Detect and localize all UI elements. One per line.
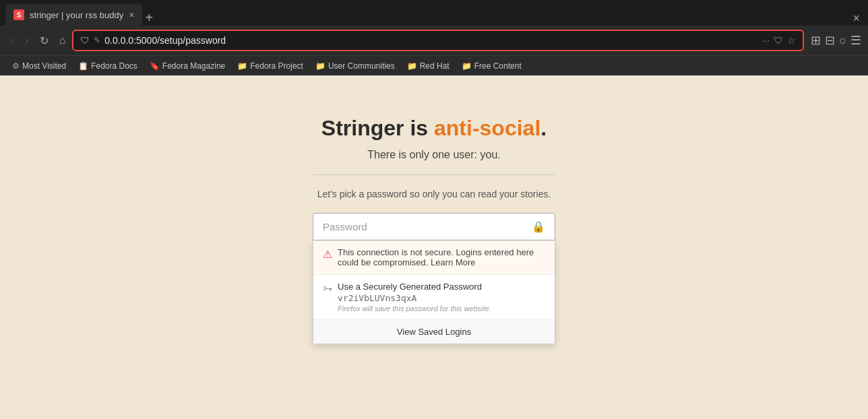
main-heading: Stringer is anti-social. xyxy=(321,116,547,141)
bookmarks-bar: ⚙Most Visited📋Fedora Docs🔖Fedora Magazin… xyxy=(0,55,868,75)
tab-favicon: S xyxy=(13,9,24,20)
password-dropdown: ⚠ This connection is not secure. Logins … xyxy=(313,240,555,344)
synced-tabs-icon[interactable]: ⊟ xyxy=(825,33,835,48)
security-warning: ⚠ This connection is not secure. Logins … xyxy=(313,240,555,275)
page-content: Stringer is anti-social. There is only o… xyxy=(0,75,868,419)
bookmark-folder-icon: 📁 xyxy=(237,61,247,71)
learn-more-link[interactable]: Learn More xyxy=(431,257,475,267)
bookmark-folder-icon: 🔖 xyxy=(150,61,160,71)
suggestion-note: Firefox will save this password for this… xyxy=(338,304,491,313)
home-button[interactable]: ⌂ xyxy=(55,32,70,49)
view-saved-logins-button[interactable]: View Saved Logins xyxy=(313,320,555,344)
bookmark-user-communities[interactable]: 📁User Communities xyxy=(310,60,400,72)
key-icon: 🗝 xyxy=(323,283,332,294)
tab-title: stringer | your rss buddy xyxy=(30,10,123,20)
bookmark-label: Fedora Magazine xyxy=(162,61,225,71)
bookmark-fedora-project[interactable]: 📁Fedora Project xyxy=(232,60,309,72)
bookmark-folder-icon: ⚙ xyxy=(12,61,20,71)
bookmark-fedora-docs[interactable]: 📋Fedora Docs xyxy=(73,60,143,72)
bookmark-label: Most Visited xyxy=(22,61,66,71)
bookmark-red-hat[interactable]: 📁Red Hat xyxy=(402,60,455,72)
bookmark-label: User Communities xyxy=(328,61,395,71)
bookmark-folder-icon: 📁 xyxy=(315,61,326,71)
password-input[interactable] xyxy=(323,221,532,232)
bookmark-label: Red Hat xyxy=(420,61,450,71)
navigation-bar: ‹ › ↻ ⌂ 🛡 ✎ 0.0.0.0:5000/setup/password … xyxy=(0,26,868,55)
toolbar-right: ⊞ ⊟ ○ ☰ xyxy=(811,33,861,48)
menu-icon[interactable]: ☰ xyxy=(850,33,861,48)
active-tab[interactable]: S stringer | your rss buddy × xyxy=(5,4,142,26)
bookmark-free-content[interactable]: 📁Free Content xyxy=(456,60,527,72)
edit-icon: ✎ xyxy=(94,36,100,45)
bookmark-label: Fedora Project xyxy=(250,61,303,71)
bookmark-folder-icon: 📁 xyxy=(462,61,472,71)
bookmark-label: Fedora Docs xyxy=(91,61,137,71)
window-close-button[interactable]: × xyxy=(852,11,863,26)
lock-icon: 🔒 xyxy=(532,220,545,233)
address-bar-actions: ··· 🛡 ☆ xyxy=(762,35,796,46)
warning-text: This connection is not secure. Logins en… xyxy=(338,247,545,267)
profile-icon[interactable]: ○ xyxy=(839,34,846,48)
address-bar[interactable]: 🛡 ✎ 0.0.0.0:5000/setup/password ··· 🛡 ☆ xyxy=(72,30,804,51)
shield-icon[interactable]: 🛡 xyxy=(774,35,783,46)
suggestion-title: Use a Securely Generated Password xyxy=(338,282,491,292)
forward-button[interactable]: › xyxy=(21,32,32,49)
tab-bar: S stringer | your rss buddy × + × xyxy=(0,0,868,26)
password-input-wrapper: 🔒 xyxy=(313,213,555,240)
bookmark-folder-icon: 📁 xyxy=(407,61,417,71)
bookmark-fedora-magazine[interactable]: 🔖Fedora Magazine xyxy=(144,60,230,72)
bookmark-most-visited[interactable]: ⚙Most Visited xyxy=(7,60,71,72)
suggestion-content: Use a Securely Generated Password vr2iVb… xyxy=(338,282,491,313)
more-options-icon[interactable]: ··· xyxy=(762,35,770,46)
password-container: 🔒 ⚠ This connection is not secure. Login… xyxy=(313,213,555,344)
security-shield-icon: 🛡 xyxy=(80,35,90,46)
sub-heading: There is only one user: you. xyxy=(367,149,500,161)
reload-button[interactable]: ↻ xyxy=(36,32,53,50)
library-icon[interactable]: ⊞ xyxy=(811,33,821,48)
bookmark-star-icon[interactable]: ☆ xyxy=(787,35,796,46)
divider xyxy=(313,174,555,175)
bookmark-folder-icon: 📋 xyxy=(78,61,88,71)
bookmark-label: Free Content xyxy=(474,61,522,71)
url-display[interactable]: 0.0.0.0:5000/setup/password xyxy=(104,35,757,46)
back-button[interactable]: ‹ xyxy=(7,32,18,49)
secure-password-suggestion[interactable]: 🗝 Use a Securely Generated Password vr2i… xyxy=(313,275,555,320)
suggestion-password: vr2iVbLUVns3qxA xyxy=(338,293,491,303)
warning-icon: ⚠ xyxy=(323,248,332,261)
description: Let's pick a password so only you can re… xyxy=(317,189,551,199)
tab-close-button[interactable]: × xyxy=(129,9,134,20)
new-tab-button[interactable]: + xyxy=(145,10,153,26)
